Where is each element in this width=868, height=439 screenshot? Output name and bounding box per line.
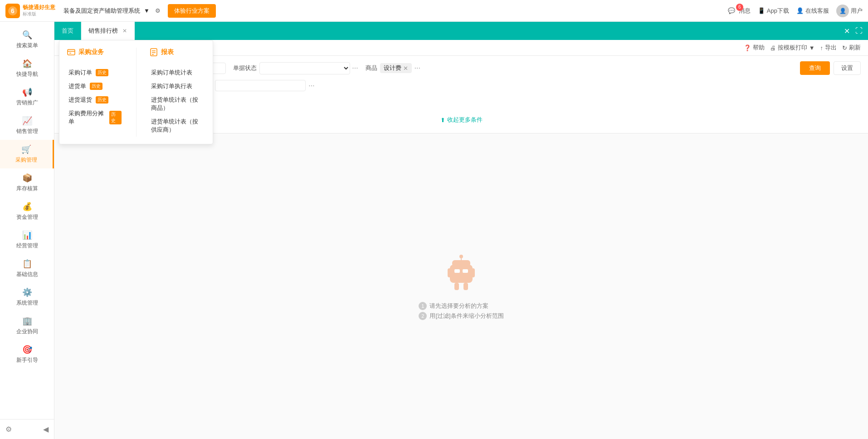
svg-rect-7 (471, 268, 475, 277)
menu-item-label-purchase-cost: 采购费用分摊单 (68, 109, 106, 126)
tab-sales-rank[interactable]: 销售排行榜 ✕ (81, 22, 135, 40)
menu-item-goods-stat-by-product[interactable]: 进货单统计表（按商品） (149, 93, 206, 115)
report-col: 报表 采购订单统计表 采购订单执行表 进货单统计表（按商品） 进货单统计表（按供… (149, 48, 206, 137)
menu-item-goods-receipt[interactable]: 进货单 历史 (67, 79, 123, 93)
sidebar-item-sales[interactable]: 📈 销售管理 (0, 111, 54, 140)
sidebar-collapse-button[interactable]: ◀ (43, 425, 49, 434)
app-download-item[interactable]: 📱 App下载 (758, 7, 789, 15)
menu-item-purchase-order-exec[interactable]: 采购订单执行表 (149, 79, 206, 93)
sidebar-label-sales: 销售管理 (16, 128, 38, 135)
report-col-title-text: 报表 (161, 48, 174, 56)
sidebar-item-capital[interactable]: 💰 资金管理 (0, 197, 54, 226)
sidebar-label-quick-nav: 快捷导航 (16, 70, 38, 78)
sidebar-label-basic: 基础信息 (16, 271, 38, 278)
goods-tag-value: 设计费 (384, 64, 401, 72)
query-actions: 查询 设置 (800, 61, 861, 75)
svg-rect-3 (454, 269, 460, 273)
sidebar-item-system[interactable]: ⚙️ 系统管理 (0, 283, 54, 311)
sidebar: 🔍 搜索菜单 🏠 快捷导航 📢 营销推广 📈 销售管理 🛒 采购管 (0, 22, 54, 439)
empty-robot-illustration (439, 251, 484, 296)
menu-divider (136, 48, 137, 137)
sidebar-menu: 🔍 搜索菜单 🏠 快捷导航 📢 营销推广 📈 销售管理 🛒 采购管 (0, 22, 54, 419)
sidebar-settings-button[interactable]: ⚙ (5, 425, 12, 434)
tab-home[interactable]: 首页 (54, 22, 81, 40)
tab-maximize-button[interactable]: ⛶ (853, 25, 864, 37)
online-service-label: 在线客服 (805, 7, 829, 15)
service-icon: 👤 (796, 7, 804, 14)
sidebar-item-purchase[interactable]: 🛒 采购管理 (0, 140, 54, 168)
empty-state: 1 请先选择要分析的方案 2 用[过滤]条件来缩小分析范围 (419, 251, 503, 322)
user-item[interactable]: 👤 用户 (836, 5, 863, 17)
goods-label: 商品 (366, 64, 377, 72)
menu-item-purchase-order[interactable]: 采购订单 历史 (67, 66, 123, 79)
hint-text-1: 请先选择要分析的方案 (429, 302, 488, 310)
report-col-title: 报表 (149, 48, 206, 60)
export-button[interactable]: ↑ 导出 (820, 44, 837, 52)
sidebar-item-quick-nav[interactable]: 🏠 快捷导航 (0, 54, 54, 83)
menu-item-purchase-cost[interactable]: 采购费用分摊单 历史 (67, 107, 123, 128)
tab-bar-actions: ✕ ⛶ (842, 22, 868, 40)
goods-filter: 商品 设计费 ✕ ··· (366, 63, 420, 73)
sidebar-item-marketing[interactable]: 📢 营销推广 (0, 83, 54, 111)
sidebar-item-inventory[interactable]: 📦 库存核算 (0, 168, 54, 197)
message-item[interactable]: 💬 6 消息 (728, 7, 751, 15)
salesman-ellipsis[interactable]: ··· (308, 82, 314, 90)
history-badge-2: 历史 (90, 83, 102, 90)
hint-text-2: 用[过滤]条件来缩小分析范围 (429, 312, 503, 320)
menu-item-goods-stat-by-supplier[interactable]: 进货单统计表（按供应商） (149, 115, 206, 137)
sidebar-item-newbie[interactable]: 🎯 新手引导 (0, 340, 54, 369)
empty-hints: 1 请先选择要分析的方案 2 用[过滤]条件来缩小分析范围 (419, 302, 503, 322)
salesman-input[interactable] (215, 80, 306, 91)
menu-item-purchase-order-stat[interactable]: 采购订单统计表 (149, 66, 206, 79)
logo-area: 6 畅捷通好生意 标准版 (5, 4, 60, 18)
set-button[interactable]: 设置 (834, 61, 861, 75)
status-select[interactable] (259, 62, 350, 74)
purchase-col-icon (67, 48, 76, 57)
sidebar-label-marketing: 营销推广 (16, 99, 38, 107)
sidebar-label-capital: 资金管理 (16, 213, 38, 221)
query-button[interactable]: 查询 (800, 61, 830, 75)
goods-ellipsis[interactable]: ··· (414, 64, 420, 72)
dropdown-arrow-icon[interactable]: ▼ (144, 7, 150, 14)
capital-icon: 💰 (22, 202, 32, 212)
status-ellipsis[interactable]: ··· (352, 64, 358, 72)
help-button[interactable]: ❓ 帮助 (744, 44, 765, 52)
history-badge-3: 历史 (96, 96, 108, 104)
refresh-button[interactable]: ↻ 刷新 (842, 44, 861, 52)
goods-tag-close[interactable]: ✕ (403, 65, 408, 72)
goods-tag: 设计费 ✕ (380, 63, 412, 73)
empty-hint-1: 1 请先选择要分析的方案 (419, 302, 503, 310)
top-bar: 6 畅捷通好生意 标准版 装备及固定资产辅助管理系统 ▼ ⚙ 体验行业方案 💬 … (0, 0, 868, 22)
tab-home-label: 首页 (62, 27, 73, 35)
marketing-icon: 📢 (22, 87, 32, 97)
sidebar-label-search: 搜索菜单 (16, 42, 38, 49)
settings-gear-icon[interactable]: ⚙ (151, 5, 164, 17)
menu-item-label-goods-return: 进货退货 (68, 96, 92, 104)
sidebar-label-purchase: 采购管理 (15, 156, 37, 164)
tab-close-all-button[interactable]: ✕ (842, 25, 852, 37)
online-service-item[interactable]: 👤 在线客服 (796, 7, 829, 15)
print-button[interactable]: 🖨 按模板打印 ▼ (770, 44, 815, 52)
report-col-icon (149, 48, 158, 57)
tab-close-icon[interactable]: ✕ (122, 28, 127, 34)
inventory-icon: 📦 (22, 173, 32, 183)
tab-sales-rank-label: 销售排行榜 (88, 27, 118, 35)
menu-item-goods-return[interactable]: 进货退货 历史 (67, 93, 123, 107)
svg-rect-8 (454, 283, 459, 290)
status-label: 单据状态 (233, 64, 257, 72)
sidebar-item-corp[interactable]: 🏢 企业协同 (0, 311, 54, 340)
refresh-icon: ↻ (842, 44, 847, 51)
empty-hint-2: 2 用[过滤]条件来缩小分析范围 (419, 312, 503, 320)
industry-button[interactable]: 体验行业方案 (168, 4, 216, 18)
message-icon: 💬 (728, 7, 735, 14)
menu-item-label-goods-receipt: 进货单 (68, 82, 86, 90)
phone-icon: 📱 (758, 7, 765, 14)
svg-rect-2 (450, 265, 473, 283)
svg-point-10 (459, 255, 463, 258)
sidebar-item-search[interactable]: 🔍 搜索菜单 (0, 25, 54, 54)
sidebar-item-operation[interactable]: 📊 经营管理 (0, 226, 54, 254)
menu-item-label-goods-stat-by-supplier: 进货单统计表（按供应商） (151, 118, 204, 134)
main-content: 1 请先选择要分析的方案 2 用[过滤]条件来缩小分析范围 (54, 133, 868, 439)
app-download-label: App下载 (767, 7, 789, 15)
sidebar-item-basic[interactable]: 📋 基础信息 (0, 254, 54, 283)
